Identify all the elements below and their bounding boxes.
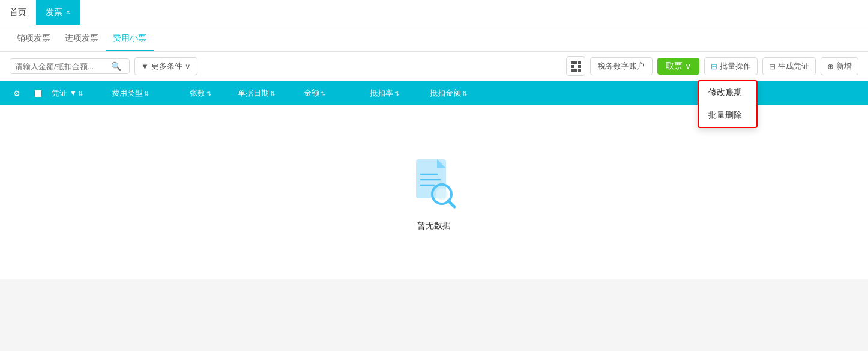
modify-period-label: 修改账期	[708, 87, 742, 97]
filter-chevron-icon: ∨	[185, 62, 191, 71]
toolbar-left: 🔍 ▼ 更多条件 ∨	[10, 57, 197, 75]
col-deduct-rate: 抵扣率 ⇅	[365, 88, 425, 99]
gen-voucher-label: 生成凭证	[778, 61, 809, 72]
tax-digital-label: 税务数字账户	[598, 61, 645, 70]
batch-op-wrapper: ⊞ 批量操作 修改账期 批量删除	[704, 57, 758, 75]
qr-grid-icon	[571, 61, 581, 72]
col-voucher-label: 凭证	[52, 88, 67, 99]
new-button[interactable]: ⊕ 新增	[821, 57, 858, 75]
sort-sheets-icon[interactable]: ⇅	[206, 90, 211, 97]
sort-amount-icon[interactable]: ⇅	[321, 90, 325, 97]
col-voucher: 凭证 ▼ ⇅	[47, 88, 107, 99]
sort-expense-type-icon[interactable]: ⇅	[144, 90, 149, 97]
search-input[interactable]	[15, 62, 111, 71]
take-invoice-button[interactable]: 取票 ∨	[657, 58, 699, 75]
invoice-tab[interactable]: 发票 ×	[36, 0, 80, 25]
select-all-checkbox[interactable]	[34, 90, 42, 97]
sub-nav-label-expense: 费用小票	[113, 33, 146, 44]
filter-button[interactable]: ▼ 更多条件 ∨	[134, 57, 197, 75]
batch-op-label: 批量操作	[720, 61, 751, 72]
sub-nav-label-purchase: 进项发票	[65, 33, 98, 44]
sub-nav-item-sales[interactable]: 销项发票	[10, 25, 58, 51]
home-tab[interactable]: 首页	[0, 0, 36, 25]
col-date: 单据日期 ⇅	[233, 88, 299, 99]
batch-op-icon: ⊞	[711, 62, 717, 71]
top-nav: 首页 发票 ×	[0, 0, 868, 25]
toolbar-right: 税务数字账户 取票 ∨ ⊞ 批量操作 修改账期 批量删除 ⊟ 生成凭证	[566, 56, 858, 76]
qr-code-button[interactable]	[566, 56, 585, 76]
col-sheets-label: 张数	[190, 88, 205, 99]
filter-voucher-icon[interactable]: ▼	[70, 89, 77, 97]
search-icon[interactable]: 🔍	[111, 61, 121, 71]
invoice-tab-label: 发票	[46, 7, 62, 18]
col-expense-type: 费用类型 ⇅	[107, 88, 185, 99]
svg-line-7	[448, 201, 454, 207]
batch-op-button[interactable]: ⊞ 批量操作	[704, 57, 758, 75]
take-invoice-chevron-icon: ∨	[685, 61, 691, 71]
sub-nav-item-expense[interactable]: 费用小票	[106, 25, 154, 51]
sub-nav-item-purchase[interactable]: 进项发票	[58, 25, 106, 51]
col-amount: 金额 ⇅	[299, 88, 365, 99]
sort-date-icon[interactable]: ⇅	[270, 90, 275, 97]
gen-voucher-button[interactable]: ⊟ 生成凭证	[762, 57, 816, 75]
col-expense-type-label: 费用类型	[112, 88, 143, 99]
col-sheets: 张数 ⇅	[185, 88, 233, 99]
empty-state: 暂无数据	[0, 105, 868, 279]
empty-state-illustration	[404, 153, 464, 213]
sort-voucher-icon[interactable]: ⇅	[78, 90, 83, 97]
search-wrapper: 🔍	[10, 58, 130, 74]
take-invoice-label: 取票	[666, 61, 683, 72]
sort-deduct-amount-icon[interactable]: ⇅	[462, 90, 467, 97]
modify-period-item[interactable]: 修改账期	[699, 81, 756, 104]
new-icon: ⊕	[827, 62, 834, 71]
col-deduct-rate-label: 抵扣率	[370, 88, 393, 99]
toolbar: 🔍 ▼ 更多条件 ∨ 税务数字账户 取票 ∨ ⊞ 批量操作	[0, 52, 868, 81]
col-checkbox[interactable]	[29, 90, 47, 97]
new-label: 新增	[836, 61, 852, 72]
col-deduct-amount: 抵扣金额 ⇅	[425, 88, 503, 99]
empty-state-text: 暂无数据	[417, 221, 451, 231]
home-label: 首页	[10, 7, 26, 18]
tax-digital-button[interactable]: 税务数字账户	[590, 57, 653, 75]
sub-nav-label-sales: 销项发票	[17, 33, 50, 44]
batch-delete-label: 批量删除	[708, 110, 742, 120]
col-settings[interactable]: ⚙	[5, 89, 29, 98]
sort-deduct-rate-icon[interactable]: ⇅	[394, 90, 399, 97]
col-deduct-amount-label: 抵扣金额	[430, 88, 461, 99]
settings-icon[interactable]: ⚙	[13, 89, 20, 98]
sub-nav: 销项发票 进项发票 费用小票	[0, 25, 868, 52]
filter-label: 更多条件	[151, 61, 182, 72]
batch-delete-item[interactable]: 批量删除	[699, 104, 756, 127]
svg-point-6	[436, 188, 448, 200]
batch-op-dropdown: 修改账期 批量删除	[698, 80, 758, 128]
gen-voucher-icon: ⊟	[769, 62, 776, 71]
col-amount-label: 金额	[304, 88, 319, 99]
filter-icon: ▼	[141, 62, 149, 71]
invoice-tab-close-icon[interactable]: ×	[66, 8, 70, 17]
col-date-label: 单据日期	[238, 88, 269, 99]
